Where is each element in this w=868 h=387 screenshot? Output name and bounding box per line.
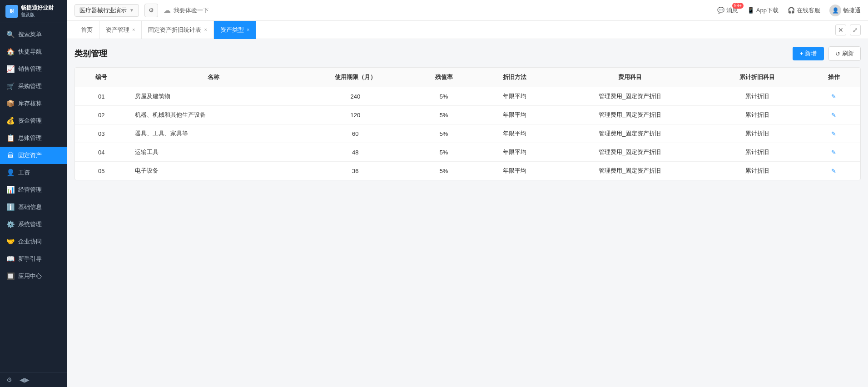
cell-method: 年限平均 [476,87,553,106]
sidebar-item-label: 库存核算 [18,99,42,108]
settings-icon[interactable]: ⚙ [6,376,12,383]
table-row: 01 房屋及建筑物 240 5% 年限平均 管理费用_固定资产折旧 累计折旧 ✎ [75,87,860,106]
salary-icon: 👤 [6,169,15,177]
fixed-assets-icon: 🏛 [6,151,15,159]
cell-period: 36 [299,162,412,180]
edit-button[interactable]: ✎ [831,93,836,100]
cell-expense: 管理费用_固定资产折旧 [553,106,707,124]
edit-button[interactable]: ✎ [831,149,836,156]
cell-id: 02 [75,106,128,124]
page-content: 类别管理 + 新增 ↺ 刷新 编号 名称 使用期限（月） 残值率 折旧方法 [67,39,868,387]
tab-fixed-depreciation-label: 固定资产折旧统计表 [148,26,201,34]
message-badge: 99+ [732,3,744,9]
sidebar-item-fixed-assets[interactable]: 🏛固定资产 [0,147,67,164]
sidebar-item-purchase[interactable]: 🛒采购管理 [0,78,67,95]
messages-button[interactable]: 💬 消息 99+ [717,6,738,15]
cell-id: 04 [75,143,128,162]
cell-expense: 管理费用_固定资产折旧 [553,87,707,106]
page-header: 类别管理 + 新增 ↺ 刷新 [74,46,861,61]
cell-name: 器具、工具、家具等 [128,124,299,143]
cloud-icon: ☁ [164,6,171,15]
tab-asset-type-close[interactable]: × [247,27,249,32]
sidebar-item-fund[interactable]: 💰资金管理 [0,112,67,129]
table-row: 02 机器、机械和其他生产设备 120 5% 年限平均 管理费用_固定资产折旧 … [75,106,860,124]
sidebar-item-label: 工资 [18,169,30,177]
sales-icon: 📈 [6,65,15,73]
experience-button[interactable]: ☁ 我要体验一下 [164,6,209,15]
sidebar-item-label: 新手引导 [18,255,42,263]
company-settings-button[interactable]: ⚙ [144,4,158,17]
edit-button[interactable]: ✎ [831,112,836,119]
tabbar: 首页 资产管理 × 固定资产折旧统计表 × 资产类型 × ✕ ⤢ [67,21,868,39]
sidebar-item-label: 企业协同 [18,238,42,246]
cell-period: 60 [299,124,412,143]
sidebar-item-quick-nav[interactable]: 🏠快捷导航 [0,43,67,60]
sidebar-item-salary[interactable]: 👤工资 [0,164,67,181]
table-header-row: 编号 名称 使用期限（月） 残值率 折旧方法 费用科目 累计折旧科目 操作 [75,68,860,87]
cell-action: ✎ [808,124,860,143]
window-maximize-button[interactable]: ⤢ [850,25,861,35]
sidebar-item-inventory[interactable]: 📦库存核算 [0,95,67,112]
tab-asset-mgmt[interactable]: 资产管理 × [99,21,142,39]
tab-asset-mgmt-close[interactable]: × [132,27,135,32]
message-icon: 💬 [717,7,724,14]
cell-name: 房屋及建筑物 [128,87,299,106]
window-close-button[interactable]: ✕ [835,25,846,35]
username-label: 畅捷通 [843,6,861,15]
cell-accumulated: 累计折旧 [707,106,808,124]
tab-fixed-depreciation-close[interactable]: × [204,27,207,32]
app-download-button[interactable]: 📱 App下载 [747,6,779,15]
category-table: 编号 名称 使用期限（月） 残值率 折旧方法 费用科目 累计折旧科目 操作 01… [74,67,861,180]
user-button[interactable]: 👤 畅捷通 [829,5,861,16]
basic-info-icon: ℹ️ [6,203,15,211]
refresh-label: 刷新 [842,50,854,58]
purchase-icon: 🛒 [6,82,15,90]
cell-id: 03 [75,124,128,143]
sidebar-item-operations[interactable]: 📊经营管理 [0,181,67,198]
sidebar-item-corp-collab[interactable]: 🤝企业协同 [0,233,67,250]
cell-residual: 5% [412,106,476,124]
sidebar-item-guide[interactable]: 📖新手引导 [0,250,67,268]
cell-action: ✎ [808,87,860,106]
ledger-icon: 📋 [6,134,15,142]
cell-name: 机器、机械和其他生产设备 [128,106,299,124]
cell-name: 电子设备 [128,162,299,180]
tab-asset-type[interactable]: 资产类型 × [214,21,256,39]
col-header-accumulated: 累计折旧科目 [707,68,808,87]
refresh-button[interactable]: ↺ 刷新 [828,46,861,61]
sidebar-item-label: 应用中心 [18,272,42,280]
sidebar-bottom: ⚙ ◀▶ [0,372,67,387]
inventory-icon: 📦 [6,99,15,108]
sidebar-item-search[interactable]: 🔍搜索菜单 [0,26,67,43]
cell-residual: 5% [412,124,476,143]
support-button[interactable]: 🎧 在线客服 [788,6,820,15]
edit-button[interactable]: ✎ [831,130,836,137]
cell-residual: 5% [412,87,476,106]
refresh-icon: ↺ [835,50,840,57]
sidebar-item-label: 采购管理 [18,82,42,90]
guide-icon: 📖 [6,255,15,263]
logo-icon: 财 [5,5,18,18]
tab-home[interactable]: 首页 [74,21,99,39]
cell-accumulated: 累计折旧 [707,162,808,180]
experience-label: 我要体验一下 [174,6,209,15]
company-selector[interactable]: 医疗器械行业演示 ▼ [74,4,139,17]
tab-asset-mgmt-label: 资产管理 [106,26,129,34]
edit-button[interactable]: ✎ [831,168,836,174]
sidebar-toggle-icon[interactable]: ◀▶ [20,376,30,383]
cell-period: 240 [299,87,412,106]
sidebar-item-sales[interactable]: 📈销售管理 [0,60,67,78]
page-actions: + 新增 ↺ 刷新 [793,46,861,61]
sidebar-item-system[interactable]: ⚙️系统管理 [0,216,67,233]
sidebar-item-app-center[interactable]: 🔲应用中心 [0,268,67,285]
cell-method: 年限平均 [476,162,553,180]
dropdown-arrow-icon: ▼ [129,8,134,13]
sidebar-item-ledger[interactable]: 📋总账管理 [0,129,67,147]
support-label: 在线客服 [797,6,820,15]
new-button[interactable]: + 新增 [793,47,824,60]
sidebar-item-basic-info[interactable]: ℹ️基础信息 [0,198,67,216]
table-row: 04 运输工具 48 5% 年限平均 管理费用_固定资产折旧 累计折旧 ✎ [75,143,860,162]
tab-fixed-depreciation[interactable]: 固定资产折旧统计表 × [142,21,213,39]
cell-residual: 5% [412,143,476,162]
cell-residual: 5% [412,162,476,180]
